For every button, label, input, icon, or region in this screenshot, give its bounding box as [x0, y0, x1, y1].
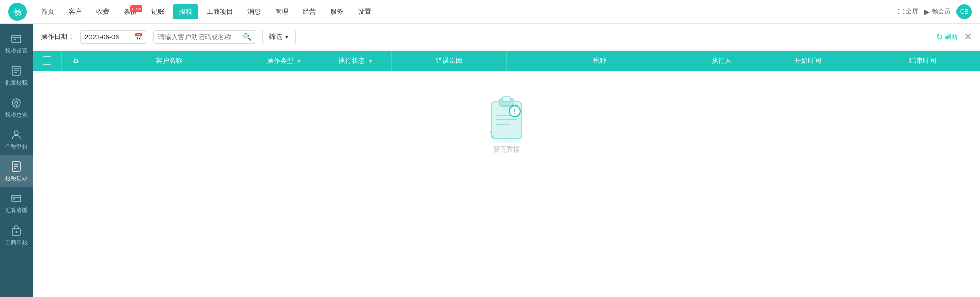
empty-state-cell: ! 暂无数据: [33, 71, 980, 175]
svg-rect-14: [12, 162, 20, 171]
search-input[interactable]: [158, 33, 240, 41]
table-header-row: ⚙ 客户名称 操作类型 ▼ 执行状态 ▼: [33, 51, 980, 71]
th-end-time: 结束时间: [865, 51, 980, 71]
nav-item-fee[interactable]: 收费: [90, 4, 116, 19]
chevron-down-icon: ▼: [284, 34, 289, 40]
toolbar-right: ↻ 刷新 ✕: [936, 32, 972, 42]
date-picker[interactable]: 📅: [80, 30, 147, 44]
batch-tax-label: 批量报税: [5, 79, 28, 86]
nav-item-service[interactable]: 服务: [324, 4, 350, 19]
svg-point-33: [492, 139, 521, 143]
svg-point-20: [14, 199, 15, 200]
refresh-button[interactable]: ↻ 刷新: [936, 32, 958, 42]
avatar[interactable]: CE: [956, 4, 972, 19]
annual-report-label: 工商年报: [5, 239, 28, 246]
svg-text:畅: 畅: [13, 8, 21, 16]
th-op-type[interactable]: 操作类型 ▼: [248, 51, 320, 71]
search-icon[interactable]: 🔍: [243, 33, 252, 41]
personal-tax-icon: [10, 129, 22, 141]
top-navigation: 畅 首页 客户 收费 票据 new 记账 报税 工商项目 消息 管理 经营 服务…: [0, 0, 980, 24]
sort-icon-exec-status: ▼: [368, 58, 373, 64]
toolbar: 操作日期： 📅 🔍 筛选 ▼ ↻ 刷新 ✕: [33, 24, 980, 51]
remittance-label: 汇算清缴: [5, 206, 28, 214]
sidebar-item-remittance[interactable]: 汇算清缴: [0, 187, 33, 219]
tax-summary-icon: [10, 97, 22, 109]
th-customer: 客户名称: [90, 51, 248, 71]
tax-settings-label: 报税设置: [5, 47, 28, 54]
main-layout: 报税设置 批量报税 报税总览: [0, 24, 980, 297]
tax-settings-icon: [10, 33, 22, 45]
th-error-reason: 错误原因: [392, 51, 507, 71]
nav-item-industry[interactable]: 工商项目: [200, 4, 239, 19]
nav-items: 首页 客户 收费 票据 new 记账 报税 工商项目 消息 管理 经营 服务 设…: [35, 4, 898, 19]
svg-point-10: [15, 101, 18, 104]
th-start-time: 开始时间: [750, 51, 865, 71]
top-nav-right: ⛶ 全屏 ▶ 畅会员 CE: [898, 4, 972, 19]
table-body: ! 暂无数据: [33, 71, 980, 175]
svg-rect-18: [12, 195, 21, 202]
member-icon: ▶: [924, 8, 930, 16]
filter-button[interactable]: 筛选 ▼: [262, 30, 296, 44]
th-tax-type: 税种: [506, 51, 693, 71]
nav-item-management[interactable]: 管理: [269, 4, 294, 19]
fullscreen-label: 全屏: [906, 7, 918, 16]
nav-item-message[interactable]: 消息: [241, 4, 267, 19]
svg-rect-26: [503, 97, 511, 102]
table-container: ⚙ 客户名称 操作类型 ▼ 执行状态 ▼: [33, 51, 980, 297]
sidebar: 报税设置 批量报税 报税总览: [0, 24, 33, 297]
sidebar-item-personal-tax[interactable]: 个税申报: [0, 123, 33, 155]
empty-text: 暂无数据: [493, 145, 520, 154]
annual-report-icon: [10, 224, 22, 237]
svg-rect-2: [12, 35, 21, 43]
empty-state: ! 暂无数据: [33, 71, 980, 175]
fullscreen-icon: ⛶: [898, 8, 904, 15]
batch-tax-icon: [10, 65, 22, 77]
tax-records-label: 报税记录: [5, 175, 28, 182]
select-all-checkbox[interactable]: [43, 56, 51, 65]
th-settings[interactable]: ⚙: [61, 51, 90, 71]
th-checkbox[interactable]: [33, 51, 61, 71]
calendar-icon: 📅: [134, 33, 143, 41]
th-exec-status[interactable]: 执行状态 ▼: [320, 51, 391, 71]
empty-illustration: !: [481, 92, 532, 143]
date-label: 操作日期：: [41, 32, 74, 41]
nav-item-bookkeeping[interactable]: 记账: [145, 4, 171, 19]
search-box[interactable]: 🔍: [153, 30, 256, 44]
sort-icon-op-type: ▼: [296, 58, 301, 64]
svg-text:!: !: [513, 107, 516, 115]
th-executor: 执行人: [693, 51, 750, 71]
content-area: 操作日期： 📅 🔍 筛选 ▼ ↻ 刷新 ✕: [33, 24, 980, 297]
refresh-icon: ↻: [936, 32, 943, 42]
sidebar-item-tax-records[interactable]: 报税记录: [0, 155, 33, 187]
new-badge: new: [130, 5, 142, 12]
nav-item-settings[interactable]: 设置: [352, 4, 377, 19]
date-input[interactable]: [85, 33, 131, 41]
sidebar-item-annual-report[interactable]: 工商年报: [0, 219, 33, 251]
tax-records-icon: [10, 160, 22, 173]
remittance-icon: [10, 192, 22, 204]
sidebar-item-batch-tax[interactable]: 批量报税: [0, 59, 33, 91]
data-table: ⚙ 客户名称 操作类型 ▼ 执行状态 ▼: [33, 51, 980, 175]
nav-item-tax[interactable]: 报税: [173, 4, 198, 19]
empty-state-row: ! 暂无数据: [33, 71, 980, 175]
member-button[interactable]: ▶ 畅会员: [924, 7, 950, 16]
member-label: 畅会员: [932, 7, 950, 16]
personal-tax-label: 个税申报: [5, 143, 28, 150]
nav-item-client[interactable]: 客户: [62, 4, 88, 19]
close-button[interactable]: ✕: [964, 32, 972, 41]
svg-point-13: [14, 131, 18, 135]
sidebar-item-tax-settings[interactable]: 报税设置: [0, 28, 33, 59]
refresh-label: 刷新: [945, 32, 958, 41]
tax-summary-label: 报税总览: [5, 111, 28, 118]
sidebar-item-tax-summary[interactable]: 报税总览: [0, 92, 33, 123]
nav-item-invoice[interactable]: 票据 new: [118, 4, 143, 19]
nav-item-home[interactable]: 首页: [35, 4, 60, 19]
nav-item-operation[interactable]: 经营: [297, 4, 322, 19]
app-logo[interactable]: 畅: [8, 3, 27, 21]
column-settings-icon[interactable]: ⚙: [73, 57, 79, 65]
fullscreen-button[interactable]: ⛶ 全屏: [898, 7, 918, 16]
filter-label: 筛选: [269, 32, 282, 41]
